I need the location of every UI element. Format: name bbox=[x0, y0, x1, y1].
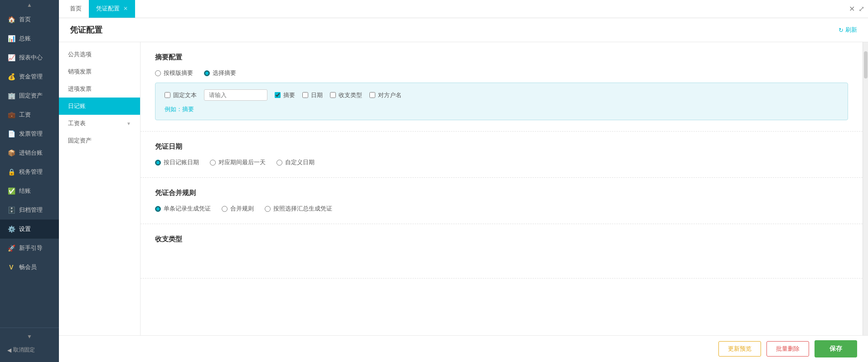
sidebar-item-guide[interactable]: 🚀 新手引导 bbox=[0, 239, 59, 258]
home-icon: 🏠 bbox=[7, 16, 15, 23]
cb-income-type-input[interactable] bbox=[330, 92, 336, 98]
bottom-bar: 更新预览 批量删除 保存 bbox=[59, 335, 868, 362]
merge-rules-radio-group: 单条记录生成凭证 合并规则 按照选择汇总生成凭证 bbox=[155, 205, 848, 213]
funds-icon: 💰 bbox=[7, 73, 15, 80]
guide-icon: 🚀 bbox=[7, 245, 15, 252]
sidebar-item-home[interactable]: 🏠 首页 bbox=[0, 10, 59, 29]
refresh-icon: ↻ bbox=[839, 27, 844, 34]
radio-merge-rule-input[interactable] bbox=[222, 206, 228, 212]
sidebar-item-invoice-mgmt[interactable]: 📄 发票管理 bbox=[0, 124, 59, 143]
sidebar-item-funds[interactable]: 💰 资金管理 bbox=[0, 67, 59, 86]
cb-summary-input[interactable] bbox=[275, 92, 281, 98]
sidebar-item-close[interactable]: ✅ 结账 bbox=[0, 181, 59, 201]
section-voucher-date: 凭证日期 按日记账日期 对应期间最后一天 自定义日期 bbox=[141, 132, 863, 178]
batch-delete-button[interactable]: 批量删除 bbox=[766, 341, 809, 357]
sidebar-item-trade-ledger[interactable]: 📦 进销台账 bbox=[0, 143, 59, 162]
radio-merge-rule[interactable]: 合并规则 bbox=[222, 205, 254, 213]
merge-rules-title: 凭证合并规则 bbox=[155, 189, 848, 197]
right-panel: 摘要配置 按模版摘要 选择摘要 bbox=[141, 42, 863, 335]
radio-template-summary[interactable]: 按模版摘要 bbox=[155, 69, 193, 77]
radio-select-merge-input[interactable] bbox=[265, 206, 271, 212]
sidebar-item-reports[interactable]: 📈 报表中心 bbox=[0, 48, 59, 67]
cancel-fixed-button[interactable]: ◀ 取消固定 bbox=[0, 342, 59, 358]
cb-counterpart-input[interactable] bbox=[369, 92, 375, 98]
sidebar-scroll-down[interactable]: ▼ bbox=[0, 332, 59, 342]
sidebar: ▲ 🏠 首页 📊 总账 📈 报表中心 💰 资金管理 🏢 固定资产 💼 工资 📄 … bbox=[0, 0, 59, 362]
radio-select-input[interactable] bbox=[204, 70, 210, 76]
right-scrollbar[interactable] bbox=[863, 42, 868, 335]
cb-date[interactable]: 日期 bbox=[302, 91, 323, 99]
archive-icon: 🗄️ bbox=[7, 206, 15, 214]
sidebar-item-ledger[interactable]: 📊 总账 bbox=[0, 29, 59, 48]
reports-icon: 📈 bbox=[7, 54, 15, 61]
summary-radio-group: 按模版摘要 选择摘要 bbox=[155, 69, 848, 77]
section-summary-config: 摘要配置 按模版摘要 选择摘要 bbox=[141, 42, 863, 132]
main-area: 首页 凭证配置 ✕ ✕ ⤢ 凭证配置 ↻ 刷新 公共选项 bbox=[59, 0, 868, 362]
voucher-date-title: 凭证日期 bbox=[155, 142, 848, 151]
sidebar-item-settings[interactable]: ⚙️ 设置 bbox=[0, 220, 59, 239]
assets-icon: 🏢 bbox=[7, 92, 15, 99]
sidebar-item-member[interactable]: V 畅会员 bbox=[0, 258, 59, 277]
save-button[interactable]: 保存 bbox=[815, 340, 857, 357]
content-area: 凭证配置 ↻ 刷新 公共选项 销项发票 进项发票 日记账 bbox=[59, 18, 868, 362]
tab-close-icon[interactable]: ✕ bbox=[123, 5, 128, 12]
tab-bar-actions: ✕ ⤢ bbox=[849, 5, 864, 13]
radio-select-merge[interactable]: 按照选择汇总生成凭证 bbox=[265, 205, 332, 213]
cb-summary[interactable]: 摘要 bbox=[275, 91, 295, 99]
pin-icon: ◀ bbox=[7, 347, 11, 353]
sidebar-item-tax[interactable]: 🔒 税务管理 bbox=[0, 162, 59, 181]
left-nav: 公共选项 销项发票 进项发票 日记账 工资表 ▼ 固定资产 bbox=[59, 42, 141, 335]
settings-icon: ⚙️ bbox=[7, 225, 15, 233]
radio-last-day[interactable]: 对应期间最后一天 bbox=[210, 158, 266, 166]
radio-by-journal-date-input[interactable] bbox=[155, 160, 161, 166]
body-area: 公共选项 销项发票 进项发票 日记账 工资表 ▼ 固定资产 bbox=[59, 42, 868, 335]
tab-close-window-icon[interactable]: ✕ bbox=[849, 5, 855, 13]
cb-fixed-text[interactable]: 固定文本 bbox=[165, 91, 197, 99]
sidebar-item-payroll[interactable]: 💼 工资 bbox=[0, 105, 59, 124]
update-preview-button[interactable]: 更新预览 bbox=[718, 341, 761, 357]
cb-fixed-text-input[interactable] bbox=[165, 92, 170, 98]
sidebar-scroll-up[interactable]: ▲ bbox=[0, 0, 59, 10]
nav-journal[interactable]: 日记账 bbox=[59, 98, 140, 115]
page-title: 凭证配置 bbox=[70, 24, 102, 35]
voucher-date-radio-group: 按日记账日期 对应期间最后一天 自定义日期 bbox=[155, 158, 848, 166]
section-merge-rules: 凭证合并规则 单条记录生成凭证 合并规则 按照选择汇总生成凭证 bbox=[141, 178, 863, 224]
summary-config-title: 摘要配置 bbox=[155, 53, 848, 62]
summary-config-box: 固定文本 摘要 日期 bbox=[155, 83, 848, 120]
refresh-button[interactable]: ↻ 刷新 bbox=[839, 26, 857, 34]
sidebar-bottom: ▼ ◀ 取消固定 bbox=[0, 328, 59, 362]
tab-home[interactable]: 首页 bbox=[63, 0, 89, 18]
radio-custom-date[interactable]: 自定义日期 bbox=[276, 158, 315, 166]
tax-icon: 🔒 bbox=[7, 168, 15, 176]
income-type-title: 收支类型 bbox=[155, 235, 848, 244]
cb-date-input[interactable] bbox=[302, 92, 308, 98]
sidebar-item-archive[interactable]: 🗄️ 归档管理 bbox=[0, 201, 59, 220]
nav-public-options[interactable]: 公共选项 bbox=[59, 46, 140, 63]
tab-bar: 首页 凭证配置 ✕ ✕ ⤢ bbox=[59, 0, 868, 18]
radio-single-record[interactable]: 单条记录生成凭证 bbox=[155, 205, 211, 213]
sidebar-item-assets[interactable]: 🏢 固定资产 bbox=[0, 86, 59, 105]
summary-example: 例如：摘要 bbox=[165, 105, 839, 113]
trade-ledger-icon: 📦 bbox=[7, 149, 15, 157]
payroll-icon: 💼 bbox=[7, 111, 15, 118]
tab-expand-icon[interactable]: ⤢ bbox=[858, 5, 864, 13]
cb-counterpart[interactable]: 对方户名 bbox=[369, 91, 402, 99]
nav-payroll-table[interactable]: 工资表 ▼ bbox=[59, 115, 140, 132]
invoice-mgmt-icon: 📄 bbox=[7, 130, 15, 137]
radio-template-input[interactable] bbox=[155, 70, 161, 76]
nav-sales-invoice[interactable]: 销项发票 bbox=[59, 63, 140, 80]
radio-by-journal-date[interactable]: 按日记账日期 bbox=[155, 158, 199, 166]
nav-fixed-assets[interactable]: 固定资产 bbox=[59, 132, 140, 149]
section-income-type: 收支类型 bbox=[141, 224, 863, 279]
radio-select-summary[interactable]: 选择摘要 bbox=[204, 69, 236, 77]
fixed-text-input[interactable] bbox=[204, 89, 267, 101]
close-account-icon: ✅ bbox=[7, 187, 15, 195]
nav-purchase-invoice[interactable]: 进项发票 bbox=[59, 80, 140, 98]
tab-voucher-config[interactable]: 凭证配置 ✕ bbox=[89, 0, 135, 18]
radio-last-day-input[interactable] bbox=[210, 160, 216, 166]
scrollbar-thumb[interactable] bbox=[864, 51, 868, 78]
cb-income-type[interactable]: 收支类型 bbox=[330, 91, 362, 99]
radio-single-record-input[interactable] bbox=[155, 206, 161, 212]
member-icon: V bbox=[7, 264, 15, 271]
radio-custom-date-input[interactable] bbox=[276, 160, 282, 166]
